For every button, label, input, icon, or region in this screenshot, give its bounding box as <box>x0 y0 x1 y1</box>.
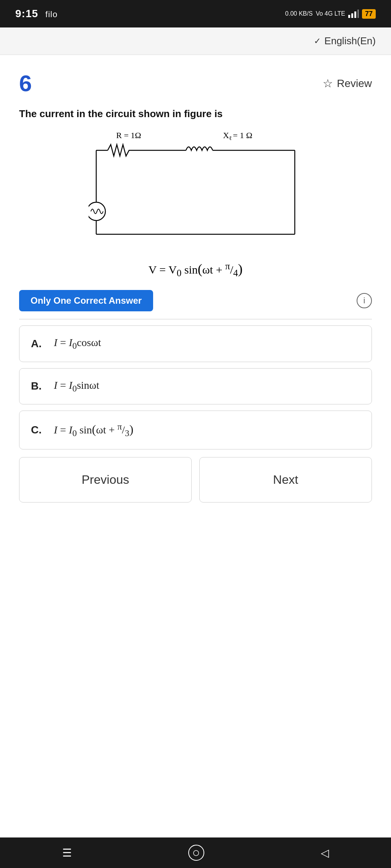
svg-rect-3 <box>357 10 359 18</box>
question-text: The current in the circuit shown in figu… <box>19 108 372 120</box>
main-content: 6 ☆ Review The current in the circuit sh… <box>0 55 391 837</box>
android-nav-bar: ☰ ○ ◁ <box>0 837 391 868</box>
circuit-diagram: R = 1Ω X ℓ = 1 Ω <box>19 127 372 279</box>
next-button[interactable]: Next <box>199 457 372 502</box>
option-a-text: I = I0cosωt <box>54 337 101 351</box>
option-a-card[interactable]: A. I = I0cosωt <box>19 325 372 362</box>
svg-text:X: X <box>223 130 229 140</box>
svg-text:ℓ: ℓ <box>229 135 232 141</box>
previous-button[interactable]: Previous <box>19 457 192 502</box>
checkmark-icon: ✓ <box>314 36 321 46</box>
option-c-card[interactable]: C. I = I0 sin(ωt + π/3) <box>19 411 372 449</box>
network-data: 0.00 KB/S <box>285 10 313 17</box>
circuit-svg: R = 1Ω X ℓ = 1 Ω <box>89 127 302 257</box>
language-label: English(En) <box>325 35 376 47</box>
svg-text:= 1 Ω: = 1 Ω <box>233 130 252 140</box>
option-a-label: A. <box>31 338 46 350</box>
svg-rect-2 <box>354 11 356 18</box>
status-time-carrier: 9:15 filo <box>15 8 58 20</box>
menu-button[interactable]: ☰ <box>55 843 79 863</box>
option-b-text: I = I0sinωt <box>54 379 99 394</box>
answer-type-badge: Only One Correct Answer <box>19 290 153 311</box>
time: 9:15 <box>15 8 38 19</box>
status-bar: 9:15 filo 0.00 KB/S Vo 4G LTE 77 <box>0 0 391 27</box>
info-icon[interactable]: i <box>357 293 372 308</box>
language-selector[interactable]: ✓ English(En) <box>314 35 376 47</box>
question-number: 6 <box>19 70 32 97</box>
option-b-label: B. <box>31 380 46 392</box>
review-label: Review <box>337 77 372 90</box>
signal-icon <box>348 10 359 18</box>
option-c-label: C. <box>31 424 46 436</box>
svg-rect-0 <box>348 15 350 18</box>
svg-text:R = 1Ω: R = 1Ω <box>116 130 141 140</box>
network-type: Vo 4G LTE <box>316 10 345 17</box>
nav-buttons: Previous Next <box>19 457 372 502</box>
answer-type-row: Only One Correct Answer i <box>19 290 372 311</box>
option-b-card[interactable]: B. I = I0sinωt <box>19 368 372 405</box>
svg-rect-1 <box>351 13 353 18</box>
divider <box>19 319 372 319</box>
star-icon: ☆ <box>323 77 333 90</box>
question-header: 6 ☆ Review <box>19 70 372 97</box>
home-button[interactable]: ○ <box>188 845 204 861</box>
status-right: 0.00 KB/S Vo 4G LTE 77 <box>285 9 376 19</box>
battery-level: 77 <box>362 9 376 19</box>
review-button[interactable]: ☆ Review <box>323 77 372 90</box>
voltage-equation: V = V0 sin(ωt + π/4) <box>149 261 243 279</box>
option-c-text: I = I0 sin(ωt + π/3) <box>54 422 133 438</box>
back-button[interactable]: ◁ <box>313 843 337 863</box>
language-bar: ✓ English(En) <box>0 27 391 55</box>
carrier: filo <box>45 10 58 19</box>
